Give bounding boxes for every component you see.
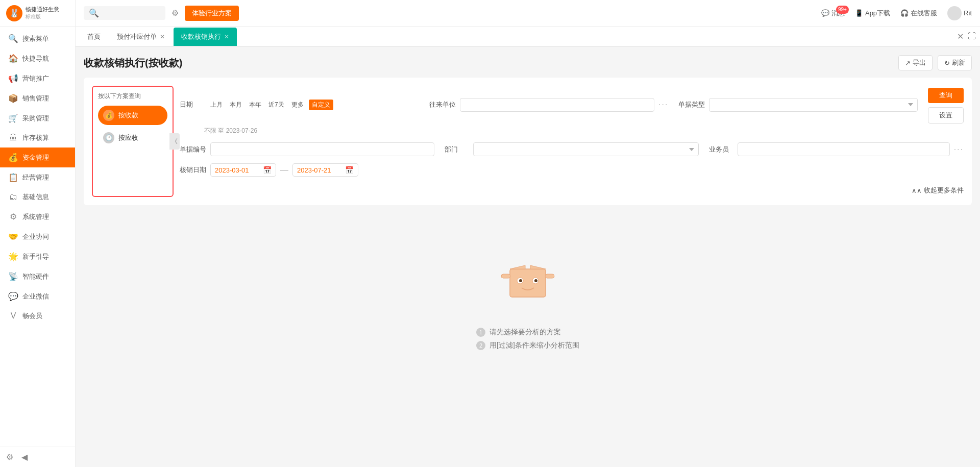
sidebar-item-member[interactable]: V 畅会员 <box>0 306 75 326</box>
user-profile[interactable]: Rit <box>947 6 972 20</box>
username: Rit <box>964 9 972 17</box>
more-conditions-toggle[interactable]: ∧∧ 收起更多条件 <box>180 184 964 197</box>
date-custom-tag[interactable]: 自定义 <box>309 100 333 110</box>
sidebar-item-inventory[interactable]: 🏛 库存核算 <box>0 128 75 148</box>
empty-tips: 1 请先选择要分析的方案 2 用[过滤]条件来缩小分析范围 <box>476 328 579 350</box>
date-unlimit-row: 不限 至 2023-07-26 <box>204 126 964 135</box>
panel-collapse-btn[interactable]: 《 <box>169 133 180 150</box>
online-service-btn[interactable]: 🎧 在线客服 <box>900 9 937 18</box>
filter-option-receipt[interactable]: 💰 按收款 <box>98 106 167 125</box>
tab-prepay-label: 预付冲应付单 <box>117 32 157 41</box>
logo-icon: 🐰 <box>6 5 22 21</box>
sidebar-label-enterprise: 企业协同 <box>22 232 49 241</box>
staff-field: 业务员 ··· <box>709 142 964 156</box>
sidebar-icon-marketing: 📢 <box>8 73 18 83</box>
settings-btn[interactable]: 设置 <box>928 107 964 124</box>
app-download-btn[interactable]: 📱 App下载 <box>855 9 890 18</box>
counterparty-label: 往来单位 <box>429 100 456 109</box>
filter-receipt-icon: 💰 <box>103 110 114 121</box>
sidebar-item-enterprise[interactable]: 🤝 企业协同 <box>0 227 75 247</box>
sidebar-item-finance[interactable]: 💰 资金管理 <box>0 148 75 167</box>
sidebar-icon-wechat: 💬 <box>8 291 18 301</box>
sidebar-item-basicinfo[interactable]: 🗂 基础信息 <box>0 187 75 207</box>
verify-date-start-wrap[interactable]: 2023-03-01 📅 <box>210 163 276 177</box>
svg-point-4 <box>534 279 537 282</box>
counterparty-input[interactable] <box>460 98 654 112</box>
sidebar-label-basicinfo: 基础信息 <box>22 192 49 202</box>
sidebar-item-business[interactable]: 📋 经营管理 <box>0 167 75 187</box>
settings-bottom-icon[interactable]: ⚙ <box>6 452 13 462</box>
date-range-dash: — <box>280 165 288 175</box>
close-window-icon[interactable]: ✕ <box>957 32 964 41</box>
svg-rect-6 <box>545 274 554 278</box>
tab-home[interactable]: 首页 <box>80 28 108 46</box>
staff-more-btn[interactable]: ··· <box>954 145 964 154</box>
industry-btn[interactable]: 体验行业方案 <box>185 6 239 21</box>
date-7days[interactable]: 近7天 <box>266 100 286 110</box>
sidebar-item-search[interactable]: 🔍 搜索菜单 <box>0 29 75 48</box>
counterparty-more-btn[interactable]: ··· <box>658 100 668 109</box>
tab-prepay-close[interactable]: ✕ <box>160 33 165 40</box>
sidebar-item-wechat[interactable]: 💬 企业微信 <box>0 286 75 306</box>
verify-date-start-input[interactable]: 2023-03-01 <box>215 166 260 174</box>
sidebar-label-quicknav: 快捷导航 <box>22 54 49 63</box>
date-shortcuts: 上月 本月 本年 近7天 更多 自定义 <box>208 100 333 110</box>
sidebar-label-wechat: 企业微信 <box>22 292 49 301</box>
sidebar-item-purchase[interactable]: 🛒 采购管理 <box>0 108 75 128</box>
header-actions: 💬 消息 99+ 📱 App下载 🎧 在线客服 Rit <box>821 6 972 20</box>
sidebar-label-purchase: 采购管理 <box>22 114 49 123</box>
empty-tip-1: 1 请先选择要分析的方案 <box>476 328 579 337</box>
sidebar-item-quicknav[interactable]: 🏠 快捷导航 <box>0 48 75 68</box>
logo-brand: 畅捷通好生意 <box>26 6 59 13</box>
query-btn[interactable]: 查询 <box>928 88 964 103</box>
sidebar-item-sales[interactable]: 📦 销售管理 <box>0 88 75 108</box>
sidebar-item-hardware[interactable]: 📡 智能硬件 <box>0 266 75 286</box>
verify-date-end-input[interactable]: 2023-07-21 <box>297 166 342 174</box>
bill-no-input[interactable] <box>210 142 434 156</box>
sidebar-label-member: 畅会员 <box>22 311 42 321</box>
maximize-icon[interactable]: ⛶ <box>968 32 976 41</box>
tab-prepay[interactable]: 预付冲应付单 ✕ <box>109 28 173 46</box>
date-more[interactable]: 更多 <box>289 100 306 110</box>
tab-collection-label: 收款核销执行 <box>181 32 221 41</box>
verify-date-field: 核销日期 2023-03-01 📅 — 2023-07-21 📅 <box>180 163 358 177</box>
tab-collection[interactable]: 收款核销执行 ✕ <box>174 28 237 46</box>
filter-panel: 按以下方案查询 💰 按收款 🕐 按应收 《 <box>92 86 174 197</box>
calendar-end-icon[interactable]: 📅 <box>345 166 354 174</box>
filter-option-receivable[interactable]: 🕐 按应收 <box>98 128 167 148</box>
export-btn[interactable]: ↗ 导出 <box>898 55 933 70</box>
date-last-month[interactable]: 上月 <box>208 100 225 110</box>
filter-receipt-label: 按收款 <box>118 111 138 120</box>
logo-edition: 标准版 <box>26 13 59 20</box>
tip-num-1: 1 <box>476 328 485 337</box>
refresh-btn[interactable]: ↻ 刷新 <box>938 55 972 70</box>
date-unlimit-text: 不限 至 2023-07-26 <box>204 127 257 134</box>
service-icon: 🎧 <box>900 9 909 17</box>
staff-input[interactable] <box>738 142 949 156</box>
date-this-month[interactable]: 本月 <box>228 100 244 110</box>
action-buttons: 查询 设置 <box>928 86 964 124</box>
bill-type-select[interactable] <box>709 98 918 112</box>
sidebar-icon-enterprise: 🤝 <box>8 232 18 241</box>
tab-collection-close[interactable]: ✕ <box>224 33 229 40</box>
header-gear-icon[interactable]: ⚙ <box>172 8 179 18</box>
filter-receivable-icon: 🕐 <box>103 132 114 143</box>
dept-label: 部门 <box>445 145 469 154</box>
sidebar-item-guide[interactable]: 🌟 新手引导 <box>0 247 75 266</box>
header-search-box[interactable]: 🔍 <box>84 6 165 20</box>
refresh-label: 刷新 <box>952 58 965 67</box>
dept-select[interactable] <box>473 142 699 156</box>
sidebar-item-marketing[interactable]: 📢 营销推广 <box>0 68 75 88</box>
refresh-icon: ↻ <box>944 59 950 67</box>
tip-text-1: 请先选择要分析的方案 <box>489 328 561 337</box>
collapse-icon-small: ∧∧ <box>912 187 922 194</box>
filter-row-1: 日期 上月 本月 本年 近7天 更多 自定义 往来单位 ··· <box>180 86 964 124</box>
sidebar-bottom: ⚙ ◀ <box>0 447 75 467</box>
filter-form: 日期 上月 本月 本年 近7天 更多 自定义 往来单位 ··· <box>180 86 964 197</box>
message-btn[interactable]: 💬 消息 99+ <box>821 9 845 18</box>
date-this-year[interactable]: 本年 <box>247 100 263 110</box>
sidebar-item-system[interactable]: ⚙ 系统管理 <box>0 207 75 227</box>
collapse-icon[interactable]: ◀ <box>21 452 28 462</box>
calendar-start-icon[interactable]: 📅 <box>263 166 272 174</box>
verify-date-end-wrap[interactable]: 2023-07-21 📅 <box>292 163 358 177</box>
